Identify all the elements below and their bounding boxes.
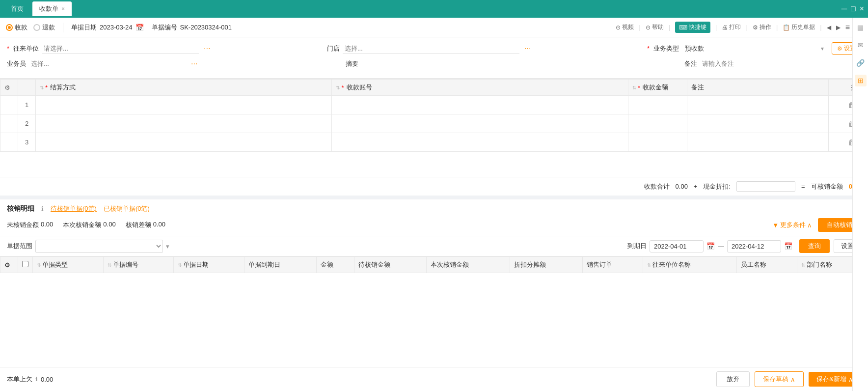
sort-icon-account[interactable]: ⇅ (336, 85, 340, 90)
total-value: 0.00 (676, 183, 688, 190)
section-separator (0, 196, 868, 199)
this-order-label: 本单上欠 (7, 375, 32, 384)
tab-active[interactable]: 收款单 × (32, 1, 72, 16)
counterpart-name-header: ⇅ 往来单位名称 (643, 257, 736, 273)
due-date-label: 到期日 (627, 242, 647, 251)
date-to-calendar-icon[interactable]: 📅 (784, 242, 792, 250)
radio-receive[interactable]: 收款 (6, 23, 27, 32)
bottom-bar: 本单上欠 ℹ 0.00 放弃 保存草稿 ∧ 保存&新增 ∧ (0, 367, 868, 391)
row3-settings (0, 133, 18, 152)
business-type-required: * (647, 45, 650, 52)
row3-account[interactable] (332, 133, 628, 152)
range-select[interactable] (35, 240, 163, 253)
radio-refund-label: 退款 (42, 23, 55, 32)
more-conditions-label: 更多条件 (780, 221, 806, 229)
calendar-icon[interactable]: 📅 (136, 24, 144, 31)
sort-dept[interactable]: ⇅ (801, 262, 805, 268)
print-action[interactable]: 🖨 打印 (722, 23, 741, 31)
operation-action[interactable]: ⚙ 操作 (753, 23, 771, 31)
sidebar-table-icon[interactable]: ▦ (855, 22, 867, 33)
row3-settlement[interactable] (36, 133, 332, 152)
history-icon: 📋 (783, 24, 790, 31)
date-from-input[interactable] (650, 240, 704, 252)
business-type-chevron[interactable]: ▾ (821, 45, 824, 52)
sort-doc-num[interactable]: ⇅ (108, 262, 111, 268)
num-col-header (18, 80, 36, 96)
history-action[interactable]: 📋 历史单据 (783, 23, 815, 31)
draft-button[interactable]: 保存草稿 ∧ (755, 371, 804, 387)
date-to-input[interactable] (727, 240, 781, 252)
settings-col-header[interactable]: ⚙ (0, 80, 18, 96)
divider-1 (63, 23, 63, 32)
sidebar-link-icon[interactable]: 🔗 (855, 57, 867, 69)
row3-amount[interactable] (628, 133, 687, 152)
sort-icon-settlement[interactable]: ⇅ (40, 85, 44, 90)
row2-settlement[interactable] (36, 114, 332, 133)
pending-tab[interactable]: 待核销单据(0笔) (51, 204, 97, 213)
sort-counterpart[interactable]: ⇅ (647, 262, 651, 268)
window-controls: ─ □ × (841, 4, 864, 13)
row1-settlement[interactable] (36, 96, 332, 114)
discount-header: 折扣分摊额 (510, 257, 582, 273)
remark-field: 备注 (684, 58, 861, 69)
sort-doc-type[interactable]: ⇅ (37, 262, 41, 268)
row2-amount[interactable] (628, 114, 687, 133)
nav-prev[interactable]: ◀ (827, 24, 831, 31)
salesperson-more-btn[interactable]: ··· (189, 59, 199, 68)
this-order-value: 0.00 (41, 376, 53, 383)
sep4: | (746, 24, 747, 31)
more-conditions-btn[interactable]: ▼ 更多条件 ∧ (772, 221, 812, 229)
writeoff-info-icon[interactable]: ℹ (41, 205, 44, 212)
plus-sign: + (694, 183, 698, 190)
completed-tab[interactable]: 已核销单据(0笔) (104, 204, 150, 213)
query-btn[interactable]: 查询 (799, 239, 830, 253)
row2-remark[interactable] (687, 114, 828, 133)
current-label: 本次核销金额 (63, 221, 101, 229)
table-body: 1 🗑 ⊕ 2 (0, 96, 868, 152)
table-row: 3 🗑 ⊕ (0, 133, 868, 152)
sidebar-expand-icon[interactable]: ⊞ (855, 75, 867, 86)
sidebar-mail-icon[interactable]: ✉ (855, 39, 867, 51)
save-label: 保存&新增 (816, 375, 846, 384)
discount-input[interactable] (736, 181, 795, 192)
draft-label: 保存草稿 (763, 375, 788, 384)
abandon-button[interactable]: 放弃 (716, 371, 750, 387)
radio-refund[interactable]: 退款 (33, 23, 55, 32)
remark-input[interactable] (700, 58, 828, 69)
sort-doc-date[interactable]: ⇅ (178, 262, 182, 268)
store-input[interactable] (343, 43, 519, 54)
maximize-button[interactable]: □ (851, 4, 856, 13)
store-more-btn[interactable]: ··· (522, 44, 533, 53)
close-button[interactable]: × (860, 4, 864, 13)
date-separator: — (718, 243, 724, 250)
list-view[interactable]: ≡ (845, 23, 850, 32)
row1-remark[interactable] (687, 96, 828, 114)
form-area: * 往来单位 ··· 门店 ··· * 业务类型 预收款 ▾ ⚙ (0, 37, 868, 79)
salesperson-input[interactable] (29, 58, 186, 69)
sort-icon-amount[interactable]: ⇅ (632, 85, 636, 90)
tab-home[interactable]: 首页 (4, 1, 30, 16)
summary-input[interactable] (361, 58, 587, 69)
number-field-group: 单据编号 SK-20230324-001 (152, 23, 232, 32)
counterpart-required: * (7, 45, 9, 52)
shortcut-action[interactable]: ⌨ 快捷键 (675, 22, 710, 33)
table-settings-icon[interactable]: ⚙ (4, 84, 10, 91)
bottom-left: 本单上欠 ℹ 0.00 (7, 375, 53, 384)
counterpart-more-btn[interactable]: ··· (202, 44, 212, 53)
counterpart-input[interactable] (42, 43, 199, 54)
writeoff-settings-icon[interactable]: ⚙ (4, 261, 10, 269)
tab-close-icon[interactable]: × (61, 5, 65, 12)
nav-next[interactable]: ▶ (836, 24, 841, 31)
detail-table: ⚙ ⇅ * 结算方式 ⇅ * 收款账号 (0, 79, 868, 152)
row3-remark[interactable] (687, 133, 828, 152)
row1-account[interactable] (332, 96, 628, 114)
select-all-checkbox[interactable] (22, 261, 28, 267)
row1-amount[interactable] (628, 96, 687, 114)
help-action[interactable]: ⊙ 帮助 (646, 23, 664, 31)
row2-account[interactable] (332, 114, 628, 133)
minimize-button[interactable]: ─ (841, 4, 847, 13)
video-action[interactable]: ⊙ 视频 (616, 23, 634, 31)
this-order-info-icon[interactable]: ℹ (35, 376, 38, 383)
date-from-calendar-icon[interactable]: 📅 (706, 242, 715, 250)
diff-value: 0.00 (153, 221, 165, 229)
